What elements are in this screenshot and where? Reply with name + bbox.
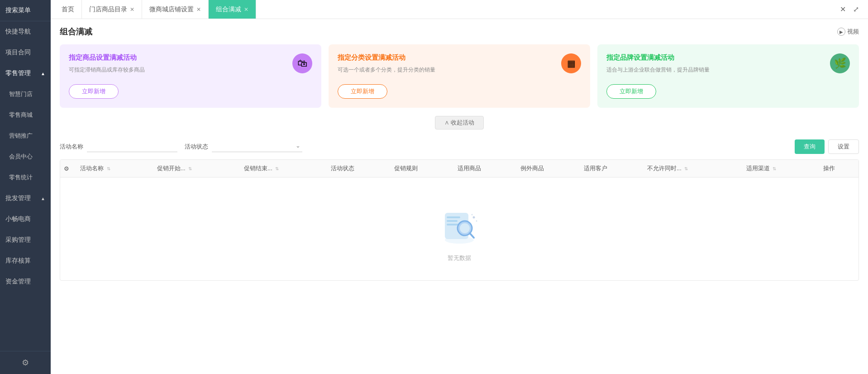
svg-rect-3: [447, 220, 458, 222]
col-action: 操作: [820, 160, 858, 177]
table-head: ⚙ 活动名称 ⇅ 促销开始... ⇅ 促销结束... ⇅: [60, 160, 858, 177]
col-exclude: 例外商品: [517, 160, 580, 177]
add-category-promo-button[interactable]: 立即新增: [338, 84, 387, 99]
sidebar-item-retail-stats[interactable]: 零售统计: [0, 167, 51, 188]
sort-icon-name[interactable]: ⇅: [107, 166, 110, 171]
col-rules: 促销规则: [391, 160, 454, 177]
tab-store-catalog[interactable]: 门店商品目录 ✕: [82, 0, 142, 19]
col-status: 活动状态: [327, 160, 391, 177]
col-settings: ⚙: [60, 160, 76, 177]
svg-point-9: [476, 221, 477, 222]
arrow-icon: ▲: [41, 71, 45, 76]
card-desc-product: 可指定滞销商品或库存较多商品: [69, 66, 312, 74]
empty-state: 暂无数据: [60, 177, 858, 280]
sidebar-item-quick-nav[interactable]: 快捷导航: [0, 21, 51, 42]
close-tab-wechat-store[interactable]: ✕: [196, 6, 201, 13]
expand-window-button[interactable]: ⤢: [851, 3, 861, 15]
close-tab-store-catalog[interactable]: ✕: [130, 6, 134, 13]
tabs-container: 首页 门店商品目录 ✕ 微商城店铺设置 ✕ 组合满减 ✕: [54, 0, 256, 19]
add-brand-promo-button[interactable]: 立即新增: [606, 84, 656, 99]
col-customers: 适用客户: [580, 160, 644, 177]
sort-icon-end[interactable]: ⇅: [275, 166, 279, 171]
play-icon: ▶: [837, 28, 845, 36]
filter-buttons: 查询 设置: [795, 139, 859, 154]
tab-actions: ✕ ⤢: [838, 3, 864, 15]
filter-activity-status: 活动状态 进行中 已结束 未开始: [185, 141, 302, 152]
sidebar-bottom: ⚙: [0, 351, 51, 374]
card-icon-category: ▦: [561, 53, 581, 73]
col-no-concurrent: 不允许同时... ⇅: [644, 160, 743, 177]
setting-button[interactable]: 设置: [828, 139, 859, 154]
sidebar-item-project-contract[interactable]: 项目合同: [0, 42, 51, 63]
sidebar-item-purchase[interactable]: 采购管理: [0, 230, 51, 250]
collapse-activities-button[interactable]: ∧ 收起活动: [435, 116, 484, 129]
activity-name-input[interactable]: [87, 141, 177, 152]
tab-home[interactable]: 首页: [54, 0, 82, 19]
activity-status-select[interactable]: 进行中 已结束 未开始: [212, 141, 302, 152]
activity-status-select-wrapper: 进行中 已结束 未开始: [212, 141, 302, 152]
table-header-row: ⚙ 活动名称 ⇅ 促销开始... ⇅ 促销结束... ⇅: [60, 160, 858, 177]
col-products: 适用商品: [454, 160, 517, 177]
filter-activity-name: 活动名称: [60, 141, 177, 152]
close-window-button[interactable]: ✕: [838, 3, 848, 15]
card-title-brand: 指定品牌设置满减活动: [606, 53, 850, 62]
empty-text: 暂无数据: [60, 254, 858, 262]
card-desc-category: 可选一个或者多个分类，提升分类的销量: [338, 66, 581, 74]
promo-card-category: ▦ 指定分类设置满减活动 可选一个或者多个分类，提升分类的销量 立即新增: [329, 44, 590, 108]
close-tab-combo-discount[interactable]: ✕: [244, 6, 248, 13]
card-desc-brand: 适合与上游企业联合做营销，提升品牌销量: [606, 66, 850, 74]
sort-icon-channel[interactable]: ⇅: [773, 166, 776, 171]
tab-wechat-store[interactable]: 微商城店铺设置 ✕: [142, 0, 209, 19]
sort-icon-start[interactable]: ⇅: [188, 166, 192, 171]
card-title-category: 指定分类设置满减活动: [338, 53, 581, 62]
sidebar-item-finance[interactable]: 资金管理: [0, 271, 51, 292]
empty-illustration: [437, 205, 482, 245]
page-content: 组合满减 ▶ 视频 🛍 指定商品设置满减活动 可指定滞销商品或库存较多商品 立即…: [51, 19, 868, 374]
page-header: 组合满减 ▶ 视频: [60, 26, 859, 37]
promo-card-product: 🛍 指定商品设置满减活动 可指定滞销商品或库存较多商品 立即新增: [60, 44, 321, 108]
sidebar-item-member-center[interactable]: 会员中心: [0, 146, 51, 167]
sidebar-search[interactable]: 搜索菜单: [0, 0, 51, 21]
settings-icon[interactable]: ⚙: [22, 358, 29, 368]
query-button[interactable]: 查询: [795, 139, 825, 154]
sidebar-item-retail-mall[interactable]: 零售商城: [0, 105, 51, 125]
add-product-promo-button[interactable]: 立即新增: [69, 84, 119, 99]
sidebar-item-retail-management[interactable]: 零售管理 ▲: [0, 63, 51, 84]
activity-status-label: 活动状态: [185, 143, 208, 151]
video-link[interactable]: ▶ 视频: [837, 28, 859, 36]
filter-row: 活动名称 活动状态 进行中 已结束 未开始 查询 设置: [60, 139, 859, 154]
svg-point-8: [473, 216, 475, 219]
svg-point-10: [472, 214, 473, 216]
chevron-up-icon: ∧: [444, 119, 449, 126]
activity-table: ⚙ 活动名称 ⇅ 促销开始... ⇅ 促销结束... ⇅: [60, 160, 858, 177]
col-name: 活动名称 ⇅: [76, 160, 153, 177]
sidebar-item-wholesale[interactable]: 批发管理 ▲: [0, 188, 51, 209]
activity-name-label: 活动名称: [60, 143, 83, 151]
card-icon-brand: 🌿: [830, 53, 850, 73]
col-channel: 适用渠道 ⇅: [743, 160, 820, 177]
collapse-bar: ∧ 收起活动: [60, 113, 859, 132]
tab-combo-discount[interactable]: 组合满减 ✕: [209, 0, 256, 19]
sidebar-item-smart-store[interactable]: 智慧门店: [0, 84, 51, 105]
col-start: 促销开始... ⇅: [153, 160, 240, 177]
promo-card-brand: 🌿 指定品牌设置满减活动 适合与上游企业联合做营销，提升品牌销量 立即新增: [597, 44, 859, 108]
card-icon-product: 🛍: [292, 53, 312, 73]
arrow-icon-wholesale: ▲: [41, 196, 45, 201]
tab-bar: 首页 门店商品目录 ✕ 微商城店铺设置 ✕ 组合满减 ✕ ✕ ⤢: [51, 0, 868, 19]
sidebar-item-marketing[interactable]: 营销推广: [0, 125, 51, 146]
table-settings-icon[interactable]: ⚙: [64, 165, 69, 172]
svg-point-6: [460, 223, 470, 233]
main-area: 首页 门店商品目录 ✕ 微商城店铺设置 ✕ 组合满减 ✕ ✕ ⤢ 组合满减: [51, 0, 868, 374]
col-end: 促销结束... ⇅: [240, 160, 327, 177]
svg-rect-2: [447, 216, 460, 218]
sidebar: 搜索菜单 快捷导航 项目合同 零售管理 ▲ 智慧门店 零售商城 营销推广 会员中…: [0, 0, 51, 374]
table-wrapper: ⚙ 活动名称 ⇅ 促销开始... ⇅ 促销结束... ⇅: [60, 159, 859, 281]
card-title-product: 指定商品设置满减活动: [69, 53, 312, 62]
cards-row: 🛍 指定商品设置满减活动 可指定滞销商品或库存较多商品 立即新增 ▦ 指定分类设…: [60, 44, 859, 108]
sidebar-item-xiaochang[interactable]: 小畅电商: [0, 209, 51, 230]
sidebar-item-inventory[interactable]: 库存核算: [0, 250, 51, 271]
page-title: 组合满减: [60, 26, 92, 37]
sort-icon-concurrent[interactable]: ⇅: [684, 166, 688, 171]
svg-line-7: [470, 233, 474, 238]
